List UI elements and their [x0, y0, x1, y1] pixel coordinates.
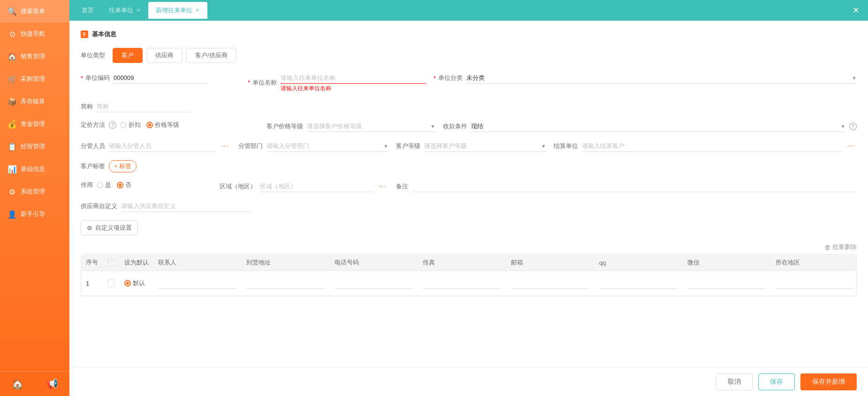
- manager-more-btn[interactable]: ···: [220, 142, 231, 150]
- type-btn-both[interactable]: 客户/供应商: [186, 48, 236, 63]
- disable-no-radio[interactable]: 否: [117, 181, 131, 189]
- form-row-7: 供应商自定义: [81, 201, 857, 212]
- row-qq-input[interactable]: [599, 278, 678, 289]
- row-wechat-input[interactable]: [687, 278, 766, 289]
- sidebar-item-operations[interactable]: 📋 经营管理: [0, 135, 69, 158]
- disable-yes-radio[interactable]: 是: [97, 181, 111, 189]
- payment-terms-select[interactable]: ▼: [471, 121, 845, 132]
- field-department: 分管部门 ▼: [238, 140, 388, 152]
- header-checkbox[interactable]: [107, 259, 115, 266]
- sidebar-item-sales[interactable]: 🏠 销售管理: [0, 45, 69, 68]
- tab-partners-close[interactable]: ✕: [136, 7, 141, 14]
- form-row-3: 定价方法 ? 折扣 价格等级 客户价格等级: [81, 121, 857, 132]
- col-qq: qq: [594, 255, 683, 271]
- row-email[interactable]: [506, 271, 594, 296]
- sidebar-item-label: 搜索菜单: [21, 7, 45, 16]
- row-email-input[interactable]: [511, 278, 590, 289]
- tab-new-partner-close[interactable]: ✕: [195, 7, 200, 14]
- add-tag-btn[interactable]: + 标签: [109, 160, 137, 172]
- row-fax-input[interactable]: [423, 278, 502, 289]
- row-fax[interactable]: [418, 271, 506, 296]
- cancel-button[interactable]: 取消: [716, 373, 753, 390]
- settlement-unit-input[interactable]: [582, 140, 842, 152]
- row-phone-input[interactable]: [335, 278, 413, 289]
- custom-settings-wrapper: ⚙ 自定义项设置: [81, 220, 857, 235]
- row-address-input[interactable]: [246, 278, 325, 289]
- form-content: F 基本信息 单位类型 客户 供应商 客户/供应商 单位编码 单位名称: [69, 21, 868, 367]
- unit-type-label: 单位类型: [81, 51, 105, 60]
- customer-level-label: 客户等级: [396, 142, 420, 150]
- sidebar-item-inventory[interactable]: 📦 库存核算: [0, 90, 69, 113]
- row-area-input[interactable]: [776, 278, 854, 289]
- sidebar-item-purchase[interactable]: 🛒 采购管理: [0, 68, 69, 90]
- tab-bar-close-btn[interactable]: ✕: [849, 5, 863, 16]
- row-checkbox[interactable]: [107, 280, 115, 287]
- department-select[interactable]: ▼: [266, 140, 388, 152]
- region-more-btn[interactable]: ···: [377, 182, 388, 191]
- pricing-level-radio[interactable]: 价格等级: [146, 121, 179, 129]
- settlement-unit-more-btn[interactable]: ···: [845, 142, 857, 150]
- sidebar-item-system[interactable]: ⚙ 系统管理: [0, 180, 69, 203]
- finance-icon: 💰: [8, 119, 17, 129]
- manager-input[interactable]: [109, 140, 216, 152]
- operations-icon: 📋: [8, 142, 17, 151]
- customer-level-input[interactable]: [424, 140, 541, 151]
- row-wechat[interactable]: [683, 271, 771, 296]
- customer-price-level-select[interactable]: ▼: [307, 121, 435, 132]
- row-default-radio[interactable]: 默认: [124, 279, 149, 287]
- manager-label: 分管人员: [81, 142, 105, 150]
- customer-price-level-input[interactable]: [307, 121, 430, 132]
- row-qq[interactable]: [594, 271, 683, 296]
- type-btn-supplier[interactable]: 供应商: [146, 48, 183, 63]
- row-area[interactable]: [771, 271, 857, 296]
- customer-level-select[interactable]: ▼: [424, 140, 546, 152]
- sidebar-item-quick-nav[interactable]: ⊙ 快捷导航: [0, 23, 69, 45]
- short-name-input[interactable]: [97, 101, 190, 112]
- col-address: 到货地址: [242, 255, 330, 271]
- unit-category-input[interactable]: [466, 72, 852, 83]
- save-button[interactable]: 保存: [758, 373, 795, 390]
- sidebar-item-label: 资金管理: [21, 120, 45, 128]
- region-input[interactable]: [260, 181, 373, 192]
- section-header: F 基本信息: [81, 30, 857, 39]
- payment-terms-help-icon[interactable]: ?: [849, 123, 857, 130]
- sidebar-item-label: 新手引导: [21, 210, 45, 218]
- sidebar-item-finance[interactable]: 💰 资金管理: [0, 113, 69, 135]
- batch-delete-btn[interactable]: 🗑 批量删除: [824, 243, 857, 251]
- sidebar-notify-btn[interactable]: 📢: [43, 376, 62, 391]
- tab-new-partner[interactable]: 新增往来单位 ✕: [148, 2, 207, 19]
- tab-partners[interactable]: 往来单位 ✕: [101, 2, 148, 19]
- custom-settings-btn[interactable]: ⚙ 自定义项设置: [81, 220, 138, 235]
- row-contact-input[interactable]: [158, 278, 237, 289]
- form-row-1: 单位编码 单位名称 请输入往来单位名称 单位分类 ▼: [81, 72, 857, 93]
- payment-terms-input[interactable]: [471, 121, 840, 132]
- tab-new-partner-label: 新增往来单位: [156, 6, 192, 15]
- sidebar-item-basic-info[interactable]: 📊 基础信息: [0, 158, 69, 180]
- sidebar-item-search[interactable]: 🔍 搜索菜单: [0, 0, 69, 23]
- row-contact[interactable]: [153, 271, 242, 296]
- row-phone[interactable]: [330, 271, 418, 296]
- pricing-help-icon[interactable]: ?: [109, 121, 116, 129]
- remark-input[interactable]: [412, 181, 857, 192]
- unit-name-error: 请输入往来单位名称: [281, 85, 426, 93]
- supplier-custom-input[interactable]: [121, 201, 252, 212]
- unit-name-wrapper: 请输入往来单位名称: [281, 72, 426, 93]
- sidebar-home-btn[interactable]: 🏠: [8, 376, 27, 391]
- row-address[interactable]: [242, 271, 330, 296]
- unit-code-input[interactable]: [114, 72, 207, 84]
- pricing-discount-radio[interactable]: 折扣: [120, 121, 141, 129]
- type-btn-customer[interactable]: 客户: [113, 48, 143, 63]
- row-default: 默认: [120, 271, 153, 296]
- save-new-button[interactable]: 保存并新增: [800, 373, 857, 390]
- unit-category-arrow: ▼: [852, 75, 857, 81]
- unit-category-select[interactable]: ▼: [466, 72, 857, 84]
- section-title: 基本信息: [92, 30, 116, 39]
- department-input[interactable]: [266, 140, 383, 151]
- sidebar-item-newbie[interactable]: 👤 新手引导: [0, 203, 69, 225]
- unit-type-row: 单位类型 客户 供应商 客户/供应商: [81, 48, 857, 63]
- pricing-radio-group: 折扣 价格等级: [120, 121, 179, 129]
- unit-name-input[interactable]: [281, 72, 426, 84]
- tab-home[interactable]: 首页: [74, 2, 101, 19]
- sidebar-item-label: 经营管理: [21, 142, 45, 151]
- batch-delete-icon: 🗑: [824, 244, 830, 251]
